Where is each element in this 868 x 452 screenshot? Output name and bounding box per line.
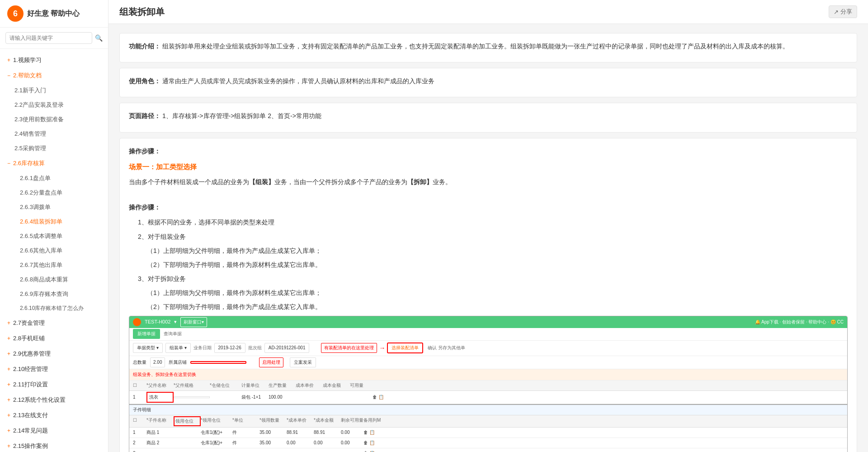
sidebar-item-stocktake[interactable]: 2.6.1盘点单 — [0, 171, 108, 186]
sidebar-item-print[interactable]: + 2.11打印设置 — [0, 377, 108, 392]
mock-window: TEST-H002 ▾ 刷新窗口▾ 🔔 App下载 · 创始者保留 · 帮助中心… — [129, 316, 848, 452]
mock-lower-row1: 1 商品 1 仓库1(配)+ 件 35.00 88.91 88.91 0.00 … — [129, 428, 847, 438]
sidebar-item-label: 2.13在线支付 — [13, 411, 48, 419]
share-icon: ↗ — [834, 9, 839, 15]
sidebar-item-label: 2.12系统个性化设置 — [13, 396, 66, 404]
mock-business-row: 组装业务、拆卸业务在这里切换 — [129, 369, 847, 381]
mock-navtabs: 新增单据 查询单据 — [129, 328, 847, 341]
sidebar-item-install[interactable]: 2.2产品安装及登录 — [0, 98, 108, 112]
sidebar-item-transfer[interactable]: 2.6.3调拨单 — [0, 200, 108, 214]
sidebar-item-inventory[interactable]: − 2.6库存核算 — [0, 156, 108, 171]
mock-confirm-btn: 确认 另存为其他单 — [428, 344, 465, 352]
sidebar-item-other-out[interactable]: 2.6.7其他出库单 — [0, 258, 108, 272]
nav-list: + 1.视频学习 − 2.帮助文档 2.1新手入门 2.2产品安装及登录 2.3… — [0, 49, 108, 452]
expand-icon: + — [7, 320, 10, 326]
sidebar: 6 好生意 帮助中心 🔍 + 1.视频学习 − 2.帮助文档 2.1新手入门 2… — [0, 0, 108, 452]
sidebar-item-assembly[interactable]: 2.6.4组装拆卸单 — [0, 214, 108, 229]
expand-icon: + — [7, 366, 10, 372]
col-warehouse: *仓储仓位 — [210, 381, 241, 390]
scenario-desc-text: 当由多个子件材料组装成一个成品的业务为 — [129, 178, 249, 186]
sidebar-item-label: 2.10经营管理 — [13, 365, 48, 373]
mock-qty-label: 总数量 — [133, 358, 146, 366]
mock-item-spec — [174, 396, 210, 398]
sidebar-item-cost-adjust[interactable]: 2.6.5成本调整单 — [0, 229, 108, 243]
intro-card: 功能介绍： 组装拆卸单用来处理企业组装或拆卸等加工业务，支持有固定装配清单的产品… — [119, 33, 857, 62]
mock-group-label: 批次组 — [248, 344, 262, 352]
col-name: *父件名称 — [146, 381, 174, 390]
mock-date-label: 业务日期 — [193, 344, 212, 352]
sidebar-item-cases[interactable]: + 2.15操作案例 — [0, 438, 108, 452]
sidebar-item-new[interactable]: 2.1新手入门 — [0, 83, 108, 98]
assemble-label: 【组装】 — [249, 178, 274, 186]
sidebar-item-label: 2.6库存核算 — [13, 159, 45, 167]
sidebar-item-label: 2.3使用前数据准备 — [14, 115, 64, 124]
share-label: 分享 — [840, 8, 852, 16]
mock-date-value: 2019-12-26 — [214, 343, 245, 353]
mock-separator: ▾ — [174, 318, 177, 327]
scenario-desc-mid: 业务，当由一个父件拆分成多个子产品的业务为 — [274, 178, 407, 186]
col-total: 成本金额 — [323, 381, 350, 390]
col-qty: 计量单位 — [241, 381, 269, 390]
sidebar-item-label: 2.6.1盘点单 — [20, 174, 51, 182]
step3-1: （1）上部明细为父件明细，最终作为原材料生成某它出库单； — [147, 287, 848, 299]
role-text: 使用角色： 通常由生产人员或库管人员完成拆装业务的操作，库管人员确认原材料的出库… — [129, 76, 848, 87]
search-icon[interactable]: 🔍 — [95, 34, 103, 42]
sidebar-item-data[interactable]: 2.3使用前数据准备 — [0, 112, 108, 127]
sidebar-item-label: 2.2产品安装及登录 — [14, 101, 64, 109]
content-area: 功能介绍： 组装拆卸单用来处理企业组装或拆卸等加工业务，支持有固定装配清单的产品… — [108, 24, 868, 452]
sidebar-header: 6 好生意 帮助中心 — [0, 0, 108, 28]
app-logo: 6 — [7, 5, 24, 22]
scenario-title: 场景一：加工类型选择 — [129, 161, 848, 173]
ops-card: 操作步骤： 场景一：加工类型选择 当由多个子件材料组装成一个成品的业务为【组装】… — [119, 138, 857, 452]
col-check: ☐ — [133, 381, 146, 390]
mock-refresh-btn: 刷新窗口▾ — [180, 317, 207, 327]
mock-group-value: AD-20191226-001 — [264, 343, 310, 353]
sidebar-item-video[interactable]: + 1.视频学习 — [0, 52, 108, 68]
mock-qty-value: 2.00 — [150, 357, 165, 367]
annotation-business: 组装业务、拆卸业务在这里切换 — [133, 371, 196, 379]
col-num: 生产数量 — [269, 381, 296, 390]
sidebar-item-label: 2.8手机旺铺 — [13, 334, 45, 343]
mock-upper-table-header: ☐ *父件名称 *父件规格 *仓储仓位 计量单位 生产数量 成本单价 成本金额 … — [129, 381, 847, 391]
sidebar-item-purchase[interactable]: 2.5采购管理 — [0, 141, 108, 156]
step3-2: （2）下部明细为子件明细，最终作为产成品生成某它入库单。 — [147, 301, 848, 313]
screenshot-wrapper: TEST-H002 ▾ 刷新窗口▾ 🔔 App下载 · 创始者保留 · 帮助中心… — [129, 316, 848, 452]
sidebar-item-coupon[interactable]: + 2.9优惠券管理 — [0, 346, 108, 362]
ops-title: 操作步骤： — [129, 146, 848, 157]
sidebar-item-sales[interactable]: 2.4销售管理 — [0, 127, 108, 141]
sidebar-item-payment[interactable]: + 2.13在线支付 — [0, 408, 108, 423]
sidebar-item-docs[interactable]: − 2.帮助文档 — [0, 68, 108, 83]
search-input[interactable] — [5, 32, 92, 44]
col-spec: *父件规格 — [174, 381, 210, 390]
expand-icon: + — [7, 335, 10, 342]
sidebar-item-label: 2.6.7其他出库单 — [20, 261, 62, 269]
sidebar-item-custom[interactable]: + 2.12系统个性化设置 — [0, 392, 108, 408]
sidebar-item-other-in[interactable]: 2.6.6其他入库单 — [0, 243, 108, 258]
path-body: 1、库存核算->库存管理->组装拆卸单 2、首页->常用功能 — [162, 112, 321, 119]
sidebar-item-cost-recalc[interactable]: 2.6.8商品成本重算 — [0, 272, 108, 287]
sidebar-item-label: 2.4销售管理 — [14, 130, 46, 138]
sidebar-item-mobile[interactable]: + 2.8手机旺铺 — [0, 331, 108, 346]
mock-select-btn: 选择装配清单 — [387, 343, 423, 353]
sidebar-item-ops[interactable]: + 2.10经营管理 — [0, 362, 108, 377]
col-ops — [373, 381, 391, 390]
sidebar-item-stock-error[interactable]: 2.6.10库存账本错了怎么办 — [0, 301, 108, 315]
mock-upper-row1: 1 洗衣 袋包 -1+1 100.00 🗑 📋 — [129, 391, 847, 404]
share-button[interactable]: ↗ 分享 — [829, 5, 857, 18]
expand-icon: + — [7, 57, 10, 63]
mock-lower-row3: 3 🗑 📋 — [129, 448, 847, 452]
mock-dept-label: 所属店铺 — [169, 358, 187, 366]
mock-annotation-top: 有装配清单的在这里处理 → 选择装配清单 确认 另存为其他单 — [321, 343, 465, 354]
sidebar-item-finance[interactable]: + 2.7资金管理 — [0, 315, 108, 331]
sidebar-item-label: 2.11打印设置 — [13, 381, 48, 389]
role-card: 使用角色： 通常由生产人员或库管人员完成拆装业务的操作，库管人员确认原材料的出库… — [119, 68, 857, 97]
sidebar-item-label: 2.15操作案例 — [13, 442, 48, 450]
mock-app-name: TEST-H002 — [145, 318, 170, 327]
role-label: 使用角色： — [129, 77, 160, 85]
sidebar-item-stock-check[interactable]: 2.6.9库存账本查询 — [0, 287, 108, 301]
intro-label: 功能介绍： — [129, 43, 160, 50]
sidebar-item-label: 2.6.6其他入库单 — [20, 247, 62, 255]
sidebar-item-faq[interactable]: + 2.14常见问题 — [0, 423, 108, 438]
sidebar-item-split-stock[interactable]: 2.6.2分量盘点单 — [0, 186, 108, 200]
mock-qty-row: 总数量 2.00 所属店铺 启用处理 立案发采 — [129, 356, 847, 369]
